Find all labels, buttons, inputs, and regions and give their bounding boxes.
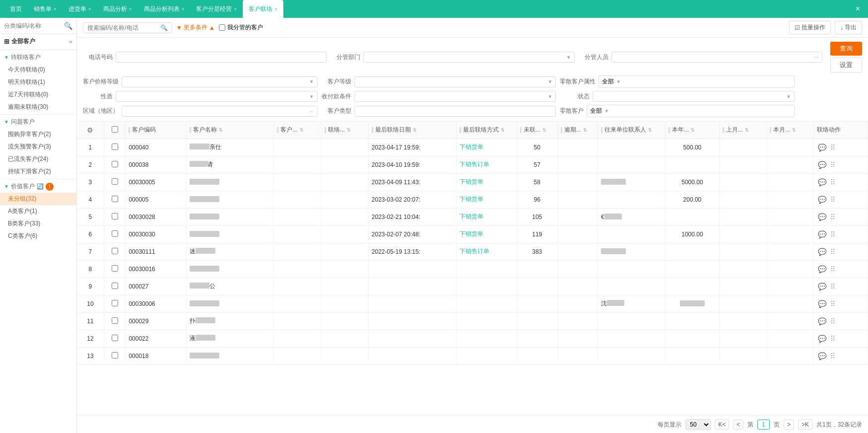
tab-customer-tier-close[interactable]: × bbox=[234, 6, 237, 12]
row-checkbox[interactable] bbox=[112, 196, 118, 202]
window-close-button[interactable]: × bbox=[852, 4, 864, 13]
region-more-icon[interactable]: ··· bbox=[309, 108, 314, 115]
sidebar-item-overdue[interactable]: 逾期未联络(30) bbox=[0, 101, 76, 113]
message-icon[interactable]: 💬 bbox=[817, 334, 827, 344]
payment-box[interactable]: ▼ bbox=[354, 91, 556, 102]
more-icon[interactable]: ⠿ bbox=[829, 160, 836, 170]
message-icon[interactable]: 💬 bbox=[817, 282, 827, 291]
more-icon[interactable]: ⠿ bbox=[829, 282, 836, 291]
more-icon[interactable]: ⠿ bbox=[829, 212, 836, 222]
sidebar-all-customers[interactable]: ⊞ 全部客户 « bbox=[0, 34, 76, 49]
sidebar-item-class-c[interactable]: C类客户(6) bbox=[0, 230, 76, 242]
sidebar-item-churn-warning[interactable]: 流失预警客户(3) bbox=[0, 141, 76, 153]
nav-tab-analysis-list[interactable]: 商品分析列表 × bbox=[138, 0, 191, 18]
sidebar-item-declining[interactable]: 持续下滑客户(2) bbox=[0, 165, 76, 178]
row-checkbox[interactable] bbox=[112, 178, 118, 185]
filter-search-input[interactable] bbox=[87, 24, 158, 31]
row-check[interactable] bbox=[104, 139, 126, 156]
nature-input[interactable] bbox=[119, 93, 307, 100]
row-check[interactable] bbox=[104, 278, 126, 295]
row-check[interactable] bbox=[104, 330, 126, 347]
tab-analysis-list-close[interactable]: × bbox=[182, 6, 185, 12]
filter-search-icon[interactable]: 🔍 bbox=[160, 24, 168, 31]
retail-customer-box[interactable]: 全部 ▼ bbox=[587, 105, 795, 117]
message-icon[interactable]: 💬 bbox=[817, 143, 827, 152]
more-icon[interactable]: ⠿ bbox=[829, 316, 836, 326]
next-page-btn[interactable]: > bbox=[784, 420, 794, 430]
sidebar-group-problem[interactable]: ▼ 问题客户 bbox=[0, 116, 76, 128]
settings-icon[interactable]: ⚙ bbox=[87, 126, 93, 134]
sort-icon-overdue[interactable]: ⇅ bbox=[583, 128, 587, 133]
status-box[interactable]: ▼ bbox=[593, 91, 795, 102]
status-input[interactable] bbox=[596, 93, 784, 100]
row-check[interactable] bbox=[104, 312, 126, 330]
staff-input[interactable] bbox=[615, 54, 812, 61]
row-check[interactable] bbox=[104, 191, 126, 208]
sidebar-collapse-btn[interactable]: « bbox=[69, 38, 72, 45]
select-all-checkbox[interactable] bbox=[112, 126, 118, 133]
row-checkbox[interactable] bbox=[112, 265, 118, 272]
sidebar-group-pending[interactable]: ▼ 待联络客户 bbox=[0, 51, 76, 64]
message-icon[interactable]: 💬 bbox=[817, 264, 827, 274]
customer-type-box[interactable] bbox=[354, 106, 556, 117]
more-icon[interactable]: ⠿ bbox=[829, 351, 836, 361]
th-settings[interactable]: ⚙ bbox=[77, 122, 104, 139]
row-check[interactable] bbox=[104, 225, 126, 243]
price-level-input[interactable] bbox=[125, 78, 307, 85]
row-checkbox[interactable] bbox=[112, 335, 118, 341]
sort-icon-lastmonth[interactable]: ⇅ bbox=[745, 128, 749, 133]
more-icon[interactable]: ⠿ bbox=[829, 195, 836, 205]
sort-icon[interactable]: ⇅ bbox=[219, 128, 223, 133]
last-page-btn[interactable]: >K bbox=[798, 420, 812, 430]
row-check[interactable] bbox=[104, 156, 126, 173]
my-customers-filter[interactable]: 我分管的客户 bbox=[219, 23, 263, 32]
payment-input[interactable] bbox=[358, 93, 546, 100]
last-method-link[interactable]: 下销售订单 bbox=[460, 248, 489, 255]
query-button[interactable]: 查询 bbox=[830, 42, 862, 56]
nav-tab-analysis[interactable]: 商品分析 × bbox=[97, 0, 138, 18]
region-input[interactable] bbox=[125, 108, 307, 115]
last-method-link[interactable]: 下销货单 bbox=[460, 178, 483, 185]
sidebar-group-value[interactable]: ▼ 价值客户 🔄 ! bbox=[0, 180, 76, 193]
row-checkbox[interactable] bbox=[112, 161, 118, 167]
sidebar-search-icon[interactable]: 🔍 bbox=[64, 22, 72, 30]
tab-sales-close[interactable]: × bbox=[54, 6, 57, 12]
sort-icon-thismonth[interactable]: ⇅ bbox=[792, 128, 796, 133]
staff-more-icon[interactable]: ··· bbox=[814, 54, 819, 61]
nav-tab-purchase[interactable]: 进货单 × bbox=[63, 0, 97, 18]
th-check[interactable] bbox=[104, 122, 126, 139]
row-check[interactable] bbox=[104, 347, 126, 364]
row-checkbox[interactable] bbox=[112, 213, 118, 219]
sort-icon-nocontact[interactable]: ⇅ bbox=[542, 128, 546, 133]
message-icon[interactable]: 💬 bbox=[817, 160, 827, 170]
sidebar-item-class-a[interactable]: A类客户(1) bbox=[0, 205, 76, 217]
more-icon[interactable]: ⠿ bbox=[829, 299, 836, 309]
sidebar-item-tomorrow[interactable]: 明天待联络(1) bbox=[0, 76, 76, 88]
row-check[interactable] bbox=[104, 208, 126, 225]
sort-icon-type[interactable]: ⇅ bbox=[300, 128, 304, 133]
customer-level-input[interactable] bbox=[358, 78, 546, 85]
row-check[interactable] bbox=[104, 173, 126, 191]
message-icon[interactable]: 💬 bbox=[817, 247, 827, 257]
sort-icon-method[interactable]: ⇅ bbox=[501, 128, 505, 133]
tab-analysis-close[interactable]: × bbox=[129, 6, 132, 12]
last-method-link[interactable]: 下销货单 bbox=[460, 230, 483, 237]
sort-icon-thisyear[interactable]: ⇅ bbox=[691, 128, 695, 133]
last-method-link[interactable]: 下销货单 bbox=[460, 213, 483, 220]
message-icon[interactable]: 💬 bbox=[817, 195, 827, 205]
row-checkbox[interactable] bbox=[112, 144, 118, 150]
dept-input-box[interactable]: ▼ bbox=[363, 52, 574, 63]
last-method-link[interactable]: 下销货单 bbox=[460, 144, 483, 150]
refresh-icon[interactable]: 🔄 bbox=[37, 183, 44, 190]
staff-input-box[interactable]: ··· bbox=[611, 52, 822, 63]
price-level-box[interactable]: ▼ bbox=[122, 76, 318, 87]
retail-attr-box[interactable]: 全部 ▼ bbox=[599, 75, 795, 88]
sidebar-item-hoarding[interactable]: 囤购异常客户(2) bbox=[0, 128, 76, 141]
sidebar-item-7days[interactable]: 近7天待联络(0) bbox=[0, 88, 76, 101]
dept-input[interactable] bbox=[367, 54, 564, 61]
nav-tab-customer-contact[interactable]: 客户联络 × bbox=[243, 0, 283, 18]
batch-op-button[interactable]: ☑ 批量操作 bbox=[789, 21, 831, 34]
region-box[interactable]: ··· bbox=[122, 106, 318, 117]
sidebar-item-ungrouped[interactable]: 未分组(32) bbox=[0, 193, 76, 205]
last-method-link[interactable]: 下销售订单 bbox=[460, 161, 489, 168]
